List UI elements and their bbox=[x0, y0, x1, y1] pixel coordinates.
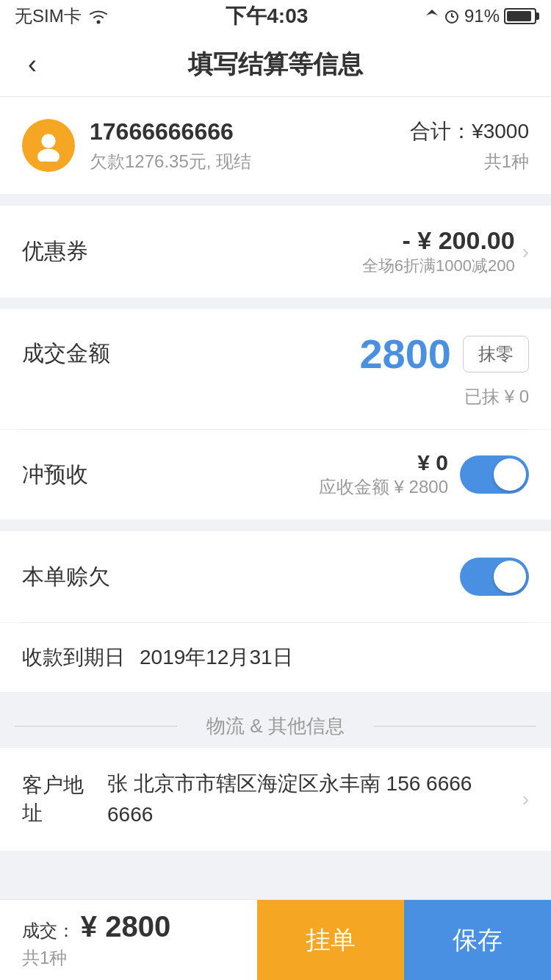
status-left: 无SIM卡 bbox=[15, 4, 109, 28]
duedate-label: 收款到期日 bbox=[22, 644, 125, 671]
carrier-label: 无SIM卡 bbox=[15, 4, 82, 28]
prepay-values: ¥ 0 应收金额 ¥ 2800 bbox=[319, 450, 448, 499]
svg-point-5 bbox=[37, 148, 60, 162]
bottom-bar: 成交： ¥ 2800 共1种 挂单 保存 bbox=[0, 899, 551, 980]
content: 17666666666 欠款1276.35元, 现结 合计：¥3000 共1种 … bbox=[0, 97, 551, 980]
customer-debt: 欠款1276.35元, 现结 bbox=[90, 150, 251, 173]
logistics-section: 物流 & 其他信息 bbox=[0, 704, 551, 748]
credit-toggle[interactable] bbox=[460, 558, 529, 596]
coupon-desc: 全场6折满1000减200 bbox=[362, 255, 515, 277]
address-value: 张 北京市市辖区海淀区永丰南 156 6666 6666 bbox=[107, 768, 511, 830]
address-row[interactable]: 客户地址 张 北京市市辖区海淀区永丰南 156 6666 6666 › bbox=[0, 748, 551, 851]
avatar bbox=[22, 119, 75, 172]
deal-sub: 已抹 ¥ 0 bbox=[22, 385, 529, 408]
nav-title: 填写结算等信息 bbox=[188, 48, 363, 82]
divider-4 bbox=[0, 692, 551, 704]
toggle-knob bbox=[494, 458, 526, 491]
prepay-toggle[interactable] bbox=[460, 455, 529, 494]
coupon-amount: - ¥ 200.00 bbox=[362, 226, 515, 255]
back-button[interactable]: ‹ bbox=[21, 42, 44, 87]
wifi-icon bbox=[87, 8, 109, 24]
battery-percent: 91% bbox=[464, 6, 500, 26]
save-button[interactable]: 保存 bbox=[404, 900, 551, 981]
customer-card: 17666666666 欠款1276.35元, 现结 合计：¥3000 共1种 bbox=[0, 97, 551, 194]
credit-toggle-knob bbox=[494, 561, 526, 593]
prepay-right: ¥ 0 应收金额 ¥ 2800 bbox=[319, 450, 529, 499]
status-bar: 无SIM卡 下午4:03 91% bbox=[0, 0, 551, 32]
deal-row: 成交金额 2800 抹零 bbox=[22, 330, 529, 378]
battery-icon bbox=[504, 8, 536, 24]
svg-point-4 bbox=[41, 134, 55, 148]
deal-amount: 2800 bbox=[359, 330, 451, 378]
nav-bar: ‹ 填写结算等信息 bbox=[0, 32, 551, 97]
address-label: 客户地址 bbox=[22, 771, 96, 827]
customer-info: 17666666666 欠款1276.35元, 现结 bbox=[90, 118, 251, 173]
customer-total: 合计：¥3000 bbox=[410, 118, 529, 145]
prepay-label: 冲预收 bbox=[22, 460, 88, 490]
svg-point-0 bbox=[96, 21, 100, 24]
alarm-icon bbox=[444, 8, 460, 24]
logistics-line-right bbox=[374, 726, 536, 727]
duedate-row: 收款到期日 2019年12月31日 bbox=[0, 623, 551, 692]
customer-count: 共1种 bbox=[410, 150, 529, 173]
customer-phone: 17666666666 bbox=[90, 118, 251, 145]
divider-3 bbox=[0, 519, 551, 531]
bottom-deal-label: 成交： bbox=[22, 920, 75, 940]
coupon-row[interactable]: 优惠券 - ¥ 200.00 全场6折满1000减200 › bbox=[0, 206, 551, 298]
logistics-title: 物流 & 其他信息 bbox=[192, 713, 359, 739]
location-icon bbox=[425, 8, 439, 24]
logistics-line-left bbox=[15, 726, 177, 727]
deal-section: 成交金额 2800 抹零 已抹 ¥ 0 bbox=[0, 309, 551, 429]
address-chevron-icon: › bbox=[522, 788, 529, 811]
prepay-row: 冲预收 ¥ 0 应收金额 ¥ 2800 bbox=[0, 430, 551, 519]
credit-row: 本单赊欠 bbox=[0, 531, 551, 622]
bottom-count: 共1种 bbox=[22, 946, 235, 970]
prepay-sub: 应收金额 ¥ 2800 bbox=[319, 475, 448, 499]
coupon-right: - ¥ 200.00 全场6折满1000减200 › bbox=[362, 226, 529, 277]
hold-button[interactable]: 挂单 bbox=[257, 900, 404, 981]
customer-right: 合计：¥3000 共1种 bbox=[410, 118, 529, 173]
divider-1 bbox=[0, 194, 551, 206]
bottom-summary: 成交： ¥ 2800 共1种 bbox=[0, 910, 257, 970]
time-display: 下午4:03 bbox=[226, 2, 308, 30]
bottom-deal-line: 成交： ¥ 2800 bbox=[22, 910, 235, 943]
coupon-label: 优惠券 bbox=[22, 237, 88, 267]
round-button[interactable]: 抹零 bbox=[463, 336, 529, 372]
prepay-amount: ¥ 0 bbox=[319, 450, 448, 475]
deal-label: 成交金额 bbox=[22, 339, 110, 369]
deal-amount-wrap: 2800 抹零 bbox=[359, 330, 529, 378]
divider-2 bbox=[0, 298, 551, 309]
duedate-value: 2019年12月31日 bbox=[140, 644, 293, 671]
chevron-right-icon: › bbox=[522, 240, 529, 264]
bottom-amount: ¥ 2800 bbox=[81, 910, 170, 943]
customer-left: 17666666666 欠款1276.35元, 现结 bbox=[22, 118, 251, 173]
status-right: 91% bbox=[425, 6, 536, 26]
credit-label: 本单赊欠 bbox=[22, 562, 110, 592]
